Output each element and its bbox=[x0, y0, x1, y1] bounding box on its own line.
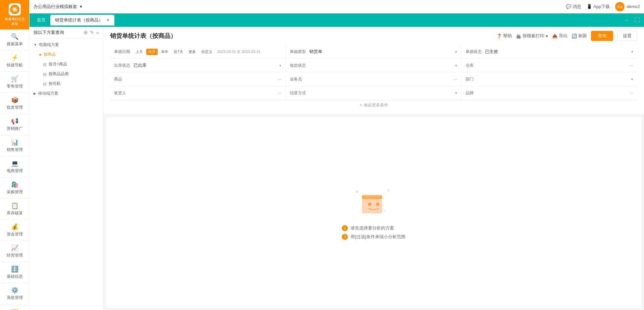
date-btn-last-month[interactable]: 上月 bbox=[133, 49, 145, 55]
right-panel: 销货单统计表（按商品） ❓ 帮助 🖨️ 按模板打印 ▾ 📤 bbox=[103, 27, 644, 310]
export-btn[interactable]: 📤 导出 bbox=[552, 33, 568, 39]
step-2-number: 2 bbox=[342, 234, 348, 240]
sidebar-item-basic-label: 基础信息 bbox=[7, 274, 23, 279]
brand-ellipsis-icon[interactable]: ··· bbox=[629, 90, 633, 96]
date-btn-last-7-days[interactable]: 近7天 bbox=[172, 49, 185, 55]
tab-home[interactable]: 首页 bbox=[32, 15, 50, 25]
date-label: 单据日期 bbox=[114, 49, 131, 55]
top-header: 办公用品行业模拟账套 ▾ 💬 消息 📱 App下载 Ea demo2 bbox=[30, 0, 644, 13]
filter-row-3: 商品 ··· 业务员 ··· bbox=[110, 72, 637, 86]
tab-sales-report[interactable]: 销货单统计表（按商品） ✕ bbox=[50, 15, 114, 25]
collapse-bar[interactable]: ∧ 收起更多条件 bbox=[110, 100, 637, 110]
empty-illustration: ✦ ✦ ✦ bbox=[354, 185, 394, 218]
sidebar-item-search[interactable]: 🔍 搜索菜单 bbox=[0, 30, 29, 51]
sidebar-item-basic[interactable]: ℹ️ 基础信息 bbox=[0, 262, 29, 283]
tree-item-by-cashier[interactable]: ▤ 按司机 bbox=[30, 79, 103, 89]
header-actions: 💬 消息 📱 App下载 Ea demo2 bbox=[566, 2, 640, 11]
doc-type-label: 单据类型 bbox=[290, 49, 307, 55]
salesperson-ellipsis-icon[interactable]: ··· bbox=[453, 76, 457, 82]
help-btn[interactable]: ❓ 帮助 bbox=[496, 33, 512, 39]
out-status-value: 已出库 bbox=[133, 62, 147, 68]
collapse-text: ∧ 收起更多条件 bbox=[359, 103, 388, 107]
filter-row-4: 收货人 ··· 结算方式 ▾ bbox=[110, 86, 637, 100]
sidebar-item-finance-label: 资金管理 bbox=[7, 231, 23, 237]
edit-scheme-btn[interactable]: ✎ bbox=[90, 30, 94, 36]
sidebar-item-marketing-label: 营销推广 bbox=[7, 126, 23, 132]
out-status-select[interactable]: 已出库 ▾ bbox=[133, 62, 281, 68]
tree-group-desktop[interactable]: ▼ 电脑端方案 bbox=[30, 40, 103, 50]
app-subtitle: 标版 bbox=[11, 21, 18, 26]
export-label: 导出 bbox=[559, 33, 568, 39]
sidebar-item-inventory[interactable]: 📋 库存核算 bbox=[0, 199, 29, 220]
dept-select[interactable]: ▾ bbox=[485, 77, 633, 82]
receiver-select[interactable]: ··· bbox=[133, 90, 281, 96]
sidebar-item-enterprise[interactable]: 🤝 企业协同 bbox=[0, 304, 29, 310]
by-cashier-icon: ▤ bbox=[43, 82, 47, 86]
receiver-ellipsis-icon[interactable]: ··· bbox=[277, 90, 281, 96]
doc-status-select[interactable]: 已生效 ▾ bbox=[485, 49, 633, 55]
sidebar-item-sales[interactable]: 📊 销售管理 bbox=[0, 135, 29, 156]
wholesale-icon: 📦 bbox=[11, 96, 18, 104]
product-ellipsis-icon[interactable]: ··· bbox=[277, 76, 281, 82]
tree-item-by-category[interactable]: ▤ 按商品品类 bbox=[30, 69, 103, 79]
tree-group-mobile[interactable]: ▶ 移动端方案 bbox=[30, 89, 103, 98]
svg-rect-3 bbox=[362, 195, 382, 199]
doc-type-select[interactable]: 销货单 ▾ bbox=[309, 49, 457, 55]
product-select[interactable]: ··· bbox=[133, 76, 281, 82]
receiver-filter-cell: 收货人 ··· bbox=[110, 86, 286, 100]
ecommerce-icon: 💻 bbox=[11, 160, 18, 167]
receipt-status-select[interactable]: ▾ bbox=[309, 63, 457, 68]
date-filter-cell: 单据日期 上月 本月 本年 近7天 更多 自定义 2023-03-01 至 20… bbox=[110, 45, 286, 58]
app-name: 畅捷通好生意 bbox=[5, 17, 25, 21]
svg-text:畅: 畅 bbox=[12, 7, 17, 12]
message-btn[interactable]: 💬 消息 bbox=[566, 4, 581, 10]
tab-bar: 首页 销货单统计表（按商品） ✕ － ⛶ bbox=[30, 13, 644, 27]
date-btn-this-year[interactable]: 本年 bbox=[159, 49, 170, 55]
sidebar-item-system[interactable]: ⚙️ 系统管理 bbox=[0, 283, 29, 304]
tab-maximize-btn[interactable]: ⛶ bbox=[633, 16, 641, 24]
sidebar-item-operation[interactable]: 📈 经营管理 bbox=[0, 241, 29, 262]
out-status-filter-cell: 出库状态 已出库 ▾ bbox=[110, 59, 286, 72]
payment-select[interactable]: ▾ bbox=[309, 91, 457, 95]
sidebar-item-ecommerce[interactable]: 💻 电商管理 bbox=[0, 156, 29, 177]
template-print-btn[interactable]: 🖨️ 按模板打印 ▾ bbox=[516, 33, 548, 39]
brand-select[interactable]: ··· bbox=[485, 90, 633, 96]
doc-type-dropdown-icon: ▾ bbox=[455, 50, 457, 54]
filter-row-1: 单据日期 上月 本月 本年 近7天 更多 自定义 2023-03-01 至 20… bbox=[110, 45, 637, 59]
salesperson-filter-cell: 业务员 ··· bbox=[286, 72, 462, 86]
date-btn-this-month[interactable]: 本月 bbox=[146, 49, 158, 55]
sidebar-item-wholesale[interactable]: 📦 批发管理 bbox=[0, 93, 29, 114]
warehouse-ellipsis-icon[interactable]: ··· bbox=[629, 63, 633, 68]
sidebar-item-retail[interactable]: 🛒 零售管理 bbox=[0, 72, 29, 93]
sidebar-item-purchase[interactable]: 🛍️ 采购管理 bbox=[0, 177, 29, 199]
user-info[interactable]: Ea demo2 bbox=[615, 2, 640, 11]
svg-point-4 bbox=[368, 203, 371, 206]
collapse-panel-btn[interactable]: « bbox=[96, 30, 99, 36]
sidebar-item-operation-label: 经营管理 bbox=[7, 253, 23, 258]
salesperson-select[interactable]: ··· bbox=[309, 76, 457, 82]
add-scheme-btn[interactable]: ⊕ bbox=[84, 30, 88, 36]
query-button[interactable]: 查询 bbox=[591, 31, 613, 41]
tab-minimize-btn[interactable]: － bbox=[623, 16, 631, 24]
tab-close-btn[interactable]: ✕ bbox=[106, 18, 110, 22]
product-filter-cell: 商品 ··· bbox=[110, 72, 286, 86]
sidebar-item-wholesale-label: 批发管理 bbox=[7, 105, 23, 110]
date-quick-select: 上月 本月 本年 近7天 更多 自定义 2023-03-01 至 2023-03… bbox=[133, 49, 281, 55]
sidebar-item-finance[interactable]: 💰 资金管理 bbox=[0, 220, 29, 241]
date-btn-more[interactable]: 更多 bbox=[186, 49, 198, 55]
settings-button[interactable]: 设置 bbox=[617, 31, 637, 41]
refresh-btn[interactable]: 🔄 刷新 bbox=[572, 33, 587, 39]
industry-selector[interactable]: 办公用品行业模拟账套 ▾ bbox=[34, 4, 82, 10]
sidebar-item-shortcut[interactable]: ⚡ 快捷导航 bbox=[0, 51, 29, 72]
date-btn-custom[interactable]: 自定义 bbox=[199, 49, 214, 55]
logo-icon: 畅 bbox=[9, 3, 21, 15]
warehouse-filter-cell: 仓库 ··· bbox=[462, 59, 637, 72]
tree-item-by-product[interactable]: ● 按商品 bbox=[30, 50, 103, 59]
warehouse-select[interactable]: ··· bbox=[485, 63, 633, 68]
tree-item-by-month-product[interactable]: ▤ 按月+商品 bbox=[30, 59, 103, 69]
message-icon: 💬 bbox=[566, 4, 571, 9]
dept-label: 部门 bbox=[466, 76, 482, 82]
sidebar-item-marketing[interactable]: 📢 营销推广 bbox=[0, 114, 29, 135]
payment-dropdown-icon: ▾ bbox=[455, 91, 457, 95]
app-download-btn[interactable]: 📱 App下载 bbox=[587, 4, 610, 10]
